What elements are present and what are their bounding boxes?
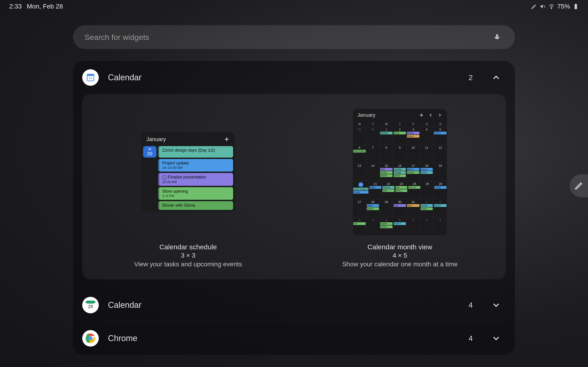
- schedule-month-label: January: [146, 136, 166, 142]
- plus-icon: [419, 113, 424, 118]
- calendar-cell: 22PlanninSum: [382, 181, 395, 199]
- event-chip: ◯ Finalize presentation10:30 AM: [158, 173, 233, 186]
- svg-point-13: [89, 337, 92, 340]
- day-pill: M20: [143, 146, 156, 157]
- chevron-down-icon[interactable]: [491, 333, 501, 343]
- calendar-cell: 31: [366, 127, 380, 145]
- svg-rect-8: [86, 301, 95, 304]
- calendar-cell: 7: [406, 217, 420, 235]
- svg-rect-3: [575, 4, 576, 4]
- calendar-cell: 29: [380, 199, 393, 217]
- event-chip: Dinner with Gloria: [158, 201, 233, 210]
- section-count: 2: [468, 73, 473, 82]
- calendar-cell: 6Team b: [393, 217, 407, 235]
- section-title: Chrome: [108, 334, 459, 343]
- pencil-icon: [574, 181, 583, 190]
- svg-point-1: [551, 8, 552, 9]
- battery-icon: [573, 3, 579, 9]
- calendar-cell: 21Flight t: [369, 181, 382, 199]
- widget-calendar-month[interactable]: January MTWTFSS 30311Breakfa2Bring3Prese…: [294, 108, 506, 268]
- widget-dimensions: 3 × 3: [181, 252, 195, 259]
- calendar-cell: 4: [420, 127, 434, 145]
- calendar-cell: 24Pick up: [408, 181, 421, 199]
- schedule-preview: January M20Zürich design days (Day 1/2)P…: [141, 132, 235, 212]
- status-date: Mon, Feb 28: [27, 3, 63, 10]
- section-body-google-calendar: January M20Zürich design days (Day 1/2)P…: [82, 94, 506, 279]
- calendar-cell: 17Sync wDesign: [406, 163, 420, 181]
- calendar-cell: 14: [366, 163, 380, 181]
- calendar-cell: 5Visit M: [433, 127, 447, 145]
- chevron-down-icon[interactable]: [491, 300, 501, 310]
- mute-icon: [540, 3, 546, 9]
- section-title: Calendar: [108, 300, 459, 310]
- svg-text:28: 28: [88, 304, 93, 309]
- widget-dimensions: 4 × 5: [393, 252, 407, 259]
- calendar-cell: 30: [353, 127, 366, 145]
- section-count: 4: [468, 334, 473, 343]
- calendar-cell: 11: [420, 145, 434, 163]
- section-title: Calendar: [108, 73, 459, 82]
- calendar-cell: 8: [380, 145, 393, 163]
- calendar-cell: 25: [421, 181, 434, 199]
- event-chip: Zürich design days (Day 1/2): [158, 146, 233, 157]
- status-bar: 2:33 Mon, Feb 28 75%: [0, 0, 588, 13]
- svg-text:31: 31: [89, 76, 92, 80]
- battery-percent: 75%: [557, 3, 570, 10]
- calendar-cell: 23OutMeet J: [395, 181, 408, 199]
- search-bar[interactable]: [73, 25, 515, 49]
- month-preview: January MTWTFSS 30311Breakfa2Bring3Prese…: [353, 109, 447, 235]
- wifi-icon: [548, 3, 554, 9]
- calendar-cell: 19: [433, 163, 447, 181]
- chevron-up-icon[interactable]: [491, 73, 501, 83]
- status-time: 2:33: [9, 3, 22, 10]
- event-chip: Project update10–10:30 AM: [158, 159, 233, 172]
- calendar-cell: 5EngineBrainst: [380, 217, 393, 235]
- widget-description: View your tasks and upcoming events: [134, 261, 242, 268]
- calendar-cell: 18Laura vTennis: [420, 163, 434, 181]
- calendar-cell: 1Breakfa: [380, 127, 393, 145]
- chrome-icon: [82, 330, 99, 347]
- calendar-cell: 15PrepTom/LoMarket: [380, 163, 393, 181]
- calendar-cell: 27: [353, 199, 366, 217]
- section-header-chrome[interactable]: Chrome 4: [73, 322, 515, 355]
- calendar-cell: 28Flight tDinner: [366, 199, 380, 217]
- calendar-cell: 1FamilyDinner: [420, 199, 434, 217]
- calendar-cell: 3Out: [353, 217, 366, 235]
- calendar-cell: 20Zürich design dProject: [353, 181, 369, 199]
- section-header-samsung-calendar[interactable]: 28 Calendar 4: [73, 289, 515, 322]
- search-input[interactable]: [85, 33, 493, 42]
- calendar-cell: 2Bring: [393, 127, 407, 145]
- pen-icon: [531, 3, 537, 9]
- chevron-left-icon: [428, 113, 433, 118]
- calendar-cell: 10: [406, 145, 420, 163]
- widget-title: Calendar schedule: [159, 243, 217, 251]
- edit-fab[interactable]: [570, 174, 588, 197]
- calendar-cell: 9: [393, 145, 407, 163]
- chevron-right-icon: [437, 113, 442, 118]
- calendar-cell: 30Upd: [393, 199, 407, 217]
- widget-panel: 31 Calendar 2 January M20Zürich design d…: [73, 61, 515, 355]
- calendar-cell: 8: [420, 217, 434, 235]
- plus-icon: [224, 136, 230, 142]
- mic-icon[interactable]: [493, 33, 501, 41]
- widget-title: Calendar month view: [367, 243, 432, 251]
- section-header-google-calendar[interactable]: 31 Calendar 2: [73, 61, 515, 94]
- event-chip: Store opening2–3 PM: [158, 187, 233, 200]
- section-count: 4: [468, 301, 473, 309]
- samsung-calendar-icon: 28: [82, 297, 99, 313]
- svg-rect-5: [87, 74, 94, 76]
- month-label: January: [357, 112, 415, 118]
- calendar-cell: 26Family: [434, 181, 447, 199]
- widget-description: Show your calendar one month at a time: [342, 261, 458, 268]
- calendar-cell: 16MonthlyVintageDinner: [393, 163, 407, 181]
- calendar-cell: 6Out of office: [353, 145, 366, 163]
- calendar-cell: 13: [353, 163, 366, 181]
- calendar-cell: 7: [366, 145, 380, 163]
- calendar-cell: 4: [366, 217, 380, 235]
- calendar-cell: 31Retu: [406, 199, 420, 217]
- calendar-cell: 9: [433, 217, 447, 235]
- svg-rect-2: [575, 4, 577, 9]
- widget-calendar-schedule[interactable]: January M20Zürich design days (Day 1/2)P…: [82, 108, 294, 268]
- calendar-cell: 2Brunch: [433, 199, 447, 217]
- calendar-cell: 3PresenDebrie: [406, 127, 420, 145]
